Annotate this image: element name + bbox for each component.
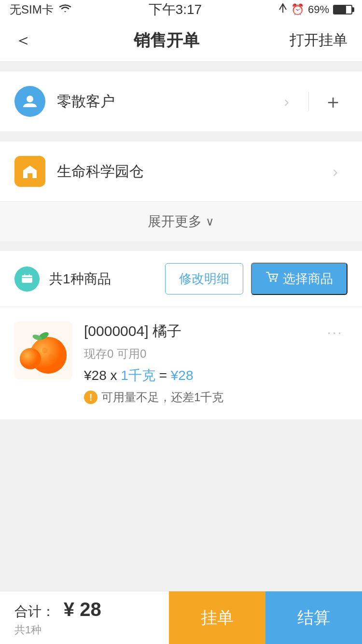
products-count: 共1种商品 <box>49 270 165 288</box>
product-unit-price: ¥28 x <box>84 368 121 383</box>
total-label: 合计： <box>14 604 55 619</box>
product-item: [0000004] 橘子 现存0 可用0 ¥28 x 1千克 = ¥28 ! 可… <box>0 307 362 420</box>
battery-percent: 69% <box>308 3 329 16</box>
product-name: [0000004] 橘子 <box>84 322 322 341</box>
product-title: 橘子 <box>153 323 181 339</box>
product-more-button[interactable]: ··· <box>322 322 348 343</box>
battery-icon <box>333 5 352 14</box>
warehouse-icon <box>14 156 45 187</box>
svg-point-7 <box>42 348 48 353</box>
status-left: 无SIM卡 <box>10 2 72 17</box>
products-icon <box>14 266 40 292</box>
svg-rect-2 <box>22 275 32 283</box>
status-bar: 无SIM卡 下午3:17 ⏰ 69% <box>0 0 362 19</box>
products-section: 共1种商品 修改明细 选择商品 <box>0 251 362 420</box>
modify-detail-button[interactable]: 修改明细 <box>165 263 243 294</box>
product-quantity: 1千克 <box>121 368 155 383</box>
back-button[interactable]: ＜ <box>14 28 43 52</box>
warehouse-chevron-icon: › <box>333 163 338 181</box>
location-icon <box>278 3 287 16</box>
product-stock: 现存0 可用0 <box>84 346 322 362</box>
warning-icon: ! <box>84 391 97 404</box>
svg-point-4 <box>275 280 277 282</box>
select-product-button[interactable]: 选择商品 <box>251 263 348 295</box>
customer-name: 零散客户 <box>57 92 284 112</box>
svg-point-12 <box>20 348 41 369</box>
product-code: [0000004] <box>84 323 153 339</box>
nav-bar: ＜ 销售开单 打开挂单 <box>0 19 362 62</box>
customer-divider <box>308 92 309 111</box>
expand-more-button[interactable]: 展开更多 ∨ <box>0 201 362 241</box>
wifi-icon <box>58 3 72 16</box>
total-amount: ¥ 28 <box>64 599 101 620</box>
carrier-text: 无SIM卡 <box>10 2 54 17</box>
product-total-price: ¥28 <box>171 368 194 383</box>
section-gap-2 <box>0 132 362 141</box>
footer: 合计： ¥ 28 共1种 挂单 结算 <box>0 591 362 644</box>
cart-icon <box>265 271 279 286</box>
add-customer-button[interactable]: ＋ <box>319 88 348 115</box>
checkout-button[interactable]: 结算 <box>265 591 362 644</box>
empty-area <box>0 420 362 613</box>
product-price-row: ¥28 x 1千克 = ¥28 <box>84 366 322 385</box>
customer-avatar <box>14 86 45 117</box>
footer-total: 合计： ¥ 28 共1种 <box>0 599 169 637</box>
warehouse-name: 生命科学园仓 <box>57 162 333 182</box>
products-header: 共1种商品 修改明细 选择商品 <box>0 251 362 307</box>
open-hang-button[interactable]: 打开挂单 <box>290 30 348 50</box>
warning-text: 可用量不足，还差1千克 <box>101 390 223 405</box>
product-image <box>14 322 72 379</box>
select-product-label: 选择商品 <box>283 270 333 287</box>
total-sub: 共1种 <box>14 623 154 637</box>
svg-rect-1 <box>28 173 32 178</box>
expand-arrow-icon: ∨ <box>206 215 214 228</box>
price-equals: = <box>159 368 171 383</box>
svg-point-0 <box>27 96 33 102</box>
hang-button[interactable]: 挂单 <box>169 591 265 644</box>
warehouse-row[interactable]: 生命科学园仓 › <box>0 141 362 201</box>
status-right: ⏰ 69% <box>278 3 352 16</box>
product-warning: ! 可用量不足，还差1千克 <box>84 390 322 405</box>
alarm-icon: ⏰ <box>291 3 304 16</box>
expand-text: 展开更多 <box>148 212 202 231</box>
customer-row[interactable]: 零散客户 › ＋ <box>0 71 362 132</box>
section-gap-1 <box>0 62 362 71</box>
page-title: 销售开单 <box>134 29 199 52</box>
product-info: [0000004] 橘子 现存0 可用0 ¥28 x 1千克 = ¥28 ! 可… <box>84 322 322 405</box>
svg-point-3 <box>270 280 272 282</box>
svg-point-8 <box>48 354 56 362</box>
status-time: 下午3:17 <box>149 0 202 19</box>
customer-chevron-icon: › <box>284 93 289 111</box>
